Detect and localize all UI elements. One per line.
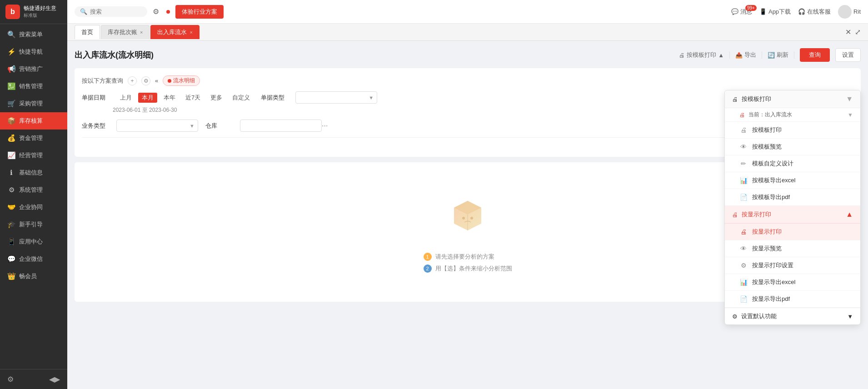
template-item-1[interactable]: 👁按模板预览 [725,139,860,155]
template-item-2[interactable]: ✏模板自定义设计 [725,155,860,172]
date-label: 单据日期 [82,94,109,102]
settings-icon[interactable]: ⚙ [7,375,14,384]
current-template-text: 当前：出入库流水 [748,111,792,119]
sidebar-item-搜索菜单[interactable]: 🔍搜索菜单 [0,26,67,43]
tab-maximize-icon[interactable]: ⤢ [855,28,861,36]
sidebar-item-采购管理[interactable]: 🛒采购管理 [0,95,67,112]
display-item-4[interactable]: 📄按显示导出pdf [725,291,860,308]
warehouse-select-wrap: ··· [240,120,328,132]
tab-home[interactable]: 首页 [75,25,100,39]
template-print-button[interactable]: 🖨 按模板打印 ▲ [679,51,724,59]
filter-add-button[interactable]: + [128,76,137,85]
display-item-2[interactable]: ⚙按显示打印设置 [725,257,860,274]
template-print-header-icon: 🖨 [732,96,738,103]
display-item-label-1: 按显示预览 [752,244,782,253]
sidebar-label-0: 搜索菜单 [19,30,43,39]
tab-close-all-icon[interactable]: ✕ [845,28,851,36]
sidebar-item-畅会员[interactable]: 👑畅会员 [0,268,67,285]
bill-type-select-wrap: ▼ [295,91,377,104]
sidebar-logo: b 畅捷通好生意 标准版 [0,0,67,24]
tab-close-batch[interactable]: × [140,30,143,35]
display-item-0[interactable]: 🖨按显示打印 [725,224,860,240]
avatar [838,5,852,19]
printer-icon: 🖨 [679,52,685,59]
filter-active-scheme: 流水明细 [163,75,200,86]
sidebar: b 畅捷通好生意 标准版 🔍搜索菜单⚡快捷导航📢营销推广💹销售管理🛒采购管理📦库… [0,0,67,389]
settings-button[interactable]: 设置 [835,48,861,62]
page-header: 出入库流水(流水明细) 🖨 按模板打印 ▲ 📤 导出 🔄 刷新 [75,48,861,62]
sidebar-item-销售管理[interactable]: 💹销售管理 [0,78,67,95]
message-icon: 💬 [731,8,738,15]
app-download-button[interactable]: 📱 App下载 [759,8,791,16]
search-input[interactable] [90,8,135,15]
filter-setting-button[interactable]: ⚙ [141,76,150,85]
set-default-function[interactable]: ⚙ 设置默认功能 ▼ [725,308,860,324]
tab-inout-flow[interactable]: 出入库流水 × [150,25,199,39]
bill-type-select[interactable] [295,91,377,104]
display-item-label-3: 按显示导出excel [752,278,795,286]
sidebar-item-新手引导[interactable]: 🎓新手引导 [0,216,67,233]
tab-inventory-batch[interactable]: 库存批次账 × [101,25,150,39]
date-options: 上月本月本年近7天更多自定义 [116,93,254,103]
warehouse-select[interactable] [240,120,322,132]
search-box[interactable]: 🔍 [75,6,147,17]
date-option-上月[interactable]: 上月 [116,93,135,103]
sidebar-item-快捷导航[interactable]: ⚡快捷导航 [0,43,67,60]
sidebar-item-资金管理[interactable]: 💰资金管理 [0,130,67,147]
template-item-label-4: 按模板导出pdf [752,193,790,201]
sidebar-label-13: 企业微信 [19,255,43,263]
tab-close-inout[interactable]: × [190,30,192,35]
display-item-1[interactable]: 👁按显示预览 [725,240,860,257]
query-button[interactable]: 查询 [800,48,830,62]
date-option-本月[interactable]: 本月 [138,93,157,103]
display-item-3[interactable]: 📊按显示导出excel [725,274,860,291]
template-item-icon-2: ✏ [739,160,748,167]
template-item-3[interactable]: 📊按模板导出excel [725,172,860,189]
sidebar-item-应用中心[interactable]: 📱应用中心 [0,233,67,250]
display-print-section-header[interactable]: 🖨 按显示打印 ▲ [725,206,860,224]
date-option-本年[interactable]: 本年 [160,93,179,103]
template-item-4[interactable]: 📄按模板导出pdf [725,189,860,206]
sidebar-icon-8: ℹ [7,169,15,177]
template-print-section-header[interactable]: 🖨 按模板打印 ▼ [725,90,860,108]
app-name: 畅捷通好生意 [24,5,56,12]
collapse-sidebar-icon[interactable]: ◀▶ [49,375,60,384]
topbar-username: Rit [853,8,861,15]
industry-solution-button[interactable]: 体验行业方案 [175,5,224,19]
refresh-button[interactable]: 🔄 刷新 [768,51,788,59]
sidebar-item-系统管理[interactable]: ⚙系统管理 [0,181,67,199]
biz-type-select[interactable] [116,120,198,132]
sidebar-icon-4: 🛒 [7,100,15,108]
template-item-label-1: 按模板预览 [752,143,782,151]
template-item-0[interactable]: 🖨按模板打印 [725,122,860,139]
sidebar-item-营销推广[interactable]: 📢营销推广 [0,60,67,78]
sidebar-icon-11: 🎓 [7,220,15,229]
template-item-icon-3: 📊 [739,177,748,184]
template-items: 🖨按模板打印👁按模板预览✏模板自定义设计📊按模板导出excel📄按模板导出pdf [725,122,860,206]
messages-button[interactable]: 💬 消息 99+ [731,8,752,16]
export-button[interactable]: 📤 导出 [735,51,756,59]
date-option-近7天[interactable]: 近7天 [182,93,204,103]
default-func-label: 设置默认功能 [741,312,777,320]
sidebar-item-企业微信[interactable]: 💬企业微信 [0,250,67,268]
online-service-button[interactable]: 🎧 在线客服 [798,8,831,16]
warehouse-dots-icon[interactable]: ··· [322,122,328,130]
date-option-自定义[interactable]: 自定义 [229,93,254,103]
sidebar-item-企业协同[interactable]: 🤝企业协同 [0,199,67,216]
display-item-icon-2: ⚙ [739,262,748,269]
sidebar-item-经营管理[interactable]: 📈经营管理 [0,147,67,164]
sidebar-item-基础信息[interactable]: ℹ基础信息 [0,164,67,181]
display-section-chevron: ▲ [846,210,853,219]
main-area: 🔍 ⚙ 体验行业方案 💬 消息 99+ 📱 App下载 🎧 在线客服 [67,0,868,389]
app-edition: 标准版 [24,12,56,19]
user-profile-button[interactable]: Rit [838,5,861,19]
sidebar-label-1: 快捷导航 [19,48,43,56]
date-option-更多[interactable]: 更多 [207,93,226,103]
sidebar-item-库存核算[interactable]: 📦库存核算 [0,112,67,130]
topbar-gear-icon[interactable]: ⚙ [153,7,159,16]
filter-collapse-icon[interactable]: « [155,77,158,84]
refresh-icon: 🔄 [768,52,775,59]
export-icon: 📤 [735,52,743,59]
page-title: 出入库流水(流水明细) [75,50,154,60]
sidebar-label-10: 企业协同 [19,203,43,211]
